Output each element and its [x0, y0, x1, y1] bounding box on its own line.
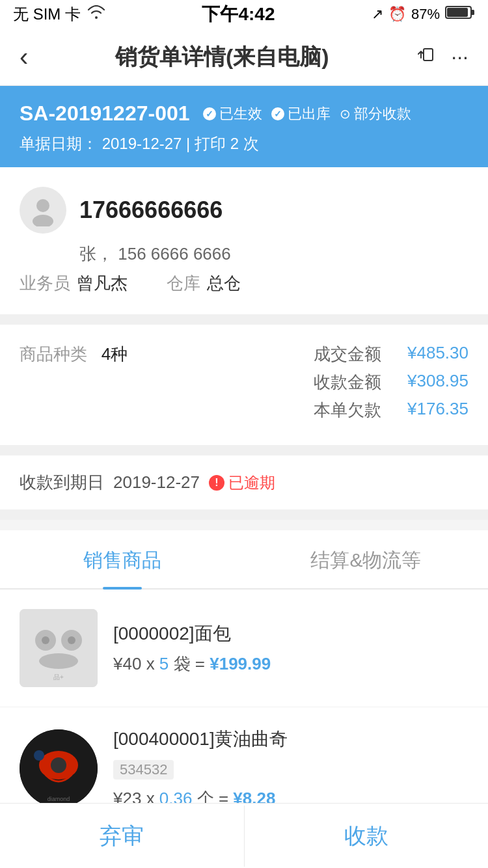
status-left: 无 SIM 卡: [13, 4, 105, 25]
received-label: 收款金额: [314, 371, 381, 394]
svg-text:品+: 品+: [53, 673, 64, 681]
divider-2: [0, 445, 488, 455]
customer-row: 17666666666: [20, 187, 468, 234]
customer-phone: 17666666666: [79, 197, 223, 224]
product-name-1: [0000002]面包: [113, 621, 468, 646]
action-bar: 弃审 收款: [0, 803, 488, 868]
back-button[interactable]: ‹: [20, 42, 28, 72]
product-price-1: ¥40 x 5 袋 = ¥199.99: [113, 653, 468, 675]
stats-right: 成交金额 ¥485.30 收款金额 ¥308.95 本单欠款 ¥176.35: [314, 343, 468, 427]
received-line: 收款金额 ¥308.95: [314, 371, 468, 394]
status-badge-2: ✓ 已出库: [271, 104, 331, 124]
salesperson-value: 曾凡杰: [77, 272, 128, 295]
check-icon-1: ✓: [203, 107, 216, 120]
abandon-review-button[interactable]: 弃审: [0, 806, 245, 867]
more-icon[interactable]: ···: [451, 45, 468, 69]
battery-icon: [445, 5, 475, 23]
due-line: 本单欠款 ¥176.35: [314, 399, 468, 422]
status-badge-3: ⊙ 部分收款: [340, 104, 411, 124]
tabs-header: 销售商品 结算&物流等: [0, 530, 488, 590]
share-icon[interactable]: [416, 45, 435, 69]
status-badge-1: ✓ 已生效: [203, 104, 262, 124]
warehouse-label: 仓库: [167, 272, 200, 295]
location-icon: ↗: [372, 6, 383, 23]
svg-point-5: [33, 215, 53, 226]
nav-bar: ‹ 销货单详情(来自电脑) ···: [0, 29, 488, 86]
product-item: 品+ [0000002]面包 ¥40 x 5 袋 = ¥199.99: [0, 590, 488, 707]
due-section: 收款到期日 2019-12-27 ! 已逾期: [0, 455, 488, 509]
salesperson-meta: 业务员 曾凡杰: [20, 272, 128, 295]
wifi-icon: [87, 5, 105, 23]
tab-settlement[interactable]: 结算&物流等: [244, 530, 488, 588]
order-id: SA-20191227-001: [20, 102, 190, 126]
salesperson-label: 业务员: [20, 272, 70, 295]
transaction-line: 成交金额 ¥485.30: [314, 343, 468, 366]
due-value: ¥176.35: [407, 399, 468, 422]
due-date-label: 收款到期日: [20, 471, 104, 494]
product-qty-1: 5: [159, 654, 169, 673]
order-date: 单据日期： 2019-12-27 | 打印 2 次: [20, 133, 468, 154]
avatar: [20, 187, 66, 234]
svg-text:diamond: diamond: [47, 796, 70, 802]
warehouse-meta: 仓库 总仓: [167, 272, 241, 295]
svg-point-10: [42, 636, 49, 644]
product-list: 品+ [0000002]面包 ¥40 x 5 袋 = ¥199.99: [0, 590, 488, 830]
stats-row: 商品种类 4种 成交金额 ¥485.30 收款金额 ¥308.95 本单欠款 ¥…: [20, 343, 468, 427]
product-sub-2: 534532: [113, 760, 174, 780]
battery-label: 87%: [411, 6, 440, 23]
stats-left: 商品种类 4种: [20, 343, 128, 366]
product-total-1: ¥199.99: [210, 654, 271, 673]
alarm-icon: ⏰: [388, 6, 406, 23]
divider-1: [0, 314, 488, 325]
product-types-value: 4种: [102, 344, 128, 364]
svg-rect-2: [447, 8, 468, 17]
status-time: 下午4:42: [202, 2, 275, 27]
customer-meta: 业务员 曾凡杰 仓库 总仓: [20, 272, 468, 295]
product-info-2: [000400001]黄油曲奇 534532 ¥23 x 0.36 个 = ¥8…: [113, 727, 468, 810]
svg-point-16: [34, 750, 44, 761]
transaction-value: ¥485.30: [407, 343, 468, 366]
due-label: 本单欠款: [314, 399, 381, 422]
tabs-section: 销售商品 结算&物流等 品+ [0000002]面包: [0, 530, 488, 830]
order-banner-top: SA-20191227-001 ✓ 已生效 ✓ 已出库 ⊙ 部分收款: [20, 102, 468, 126]
product-info-1: [0000002]面包 ¥40 x 5 袋 = ¥199.99: [113, 621, 468, 675]
nav-icons-right: ···: [416, 45, 468, 69]
check-icon-2: ✓: [271, 107, 284, 120]
status-badges: ✓ 已生效 ✓ 已出库 ⊙ 部分收款: [203, 104, 411, 124]
customer-detail: 张， 156 6666 6666: [20, 243, 468, 265]
svg-point-4: [36, 199, 49, 212]
status-right: ↗ ⏰ 87%: [372, 5, 475, 23]
nav-title: 销货单详情(来自电脑): [115, 42, 329, 72]
carrier-label: 无 SIM 卡: [13, 4, 81, 25]
overdue-icon: !: [209, 475, 224, 491]
svg-point-11: [68, 636, 75, 644]
tab-products[interactable]: 销售商品: [0, 530, 244, 588]
due-date-value: 2019-12-27: [113, 472, 200, 493]
overdue-badge: ! 已逾期: [209, 472, 275, 493]
transaction-label: 成交金额: [314, 343, 381, 366]
received-value: ¥308.95: [407, 371, 468, 394]
clock-icon: ⊙: [340, 106, 351, 122]
product-thumb-1: 品+: [20, 609, 98, 687]
divider-3: [0, 509, 488, 520]
status-bar: 无 SIM 卡 下午4:42 ↗ ⏰ 87%: [0, 0, 488, 29]
svg-point-15: [51, 757, 66, 773]
order-banner: SA-20191227-001 ✓ 已生效 ✓ 已出库 ⊙ 部分收款 单据日期：…: [0, 86, 488, 167]
customer-section: 17666666666 张， 156 6666 6666 业务员 曾凡杰 仓库 …: [0, 167, 488, 314]
overdue-label: 已逾期: [228, 472, 275, 493]
product-name-2: [000400001]黄油曲奇: [113, 727, 468, 752]
svg-point-9: [39, 653, 78, 669]
svg-rect-1: [471, 10, 474, 15]
stats-section: 商品种类 4种 成交金额 ¥485.30 收款金额 ¥308.95 本单欠款 ¥…: [0, 325, 488, 445]
svg-rect-3: [424, 49, 433, 61]
warehouse-value: 总仓: [207, 272, 241, 295]
product-types-label: 商品种类: [20, 344, 87, 364]
product-thumb-2: diamond: [20, 729, 98, 807]
collect-payment-button[interactable]: 收款: [245, 806, 489, 867]
